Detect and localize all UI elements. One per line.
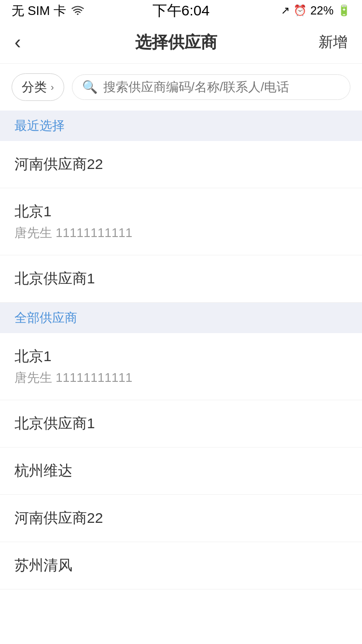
location-icon: ↗ [281,4,290,17]
list-item[interactable]: 北京1唐先生 11111111111 [0,333,362,400]
item-sub: 唐先生 11111111111 [14,369,348,386]
item-sub: 唐先生 11111111111 [14,224,348,241]
section-header-text-all: 全部供应商 [14,310,77,325]
list-item[interactable]: 北京供应商1 [0,400,362,448]
item-name: 北京1 [14,202,348,222]
search-icon: 🔍 [82,80,97,95]
category-button[interactable]: 分类 › [12,73,64,101]
battery-label: 22% [310,4,334,17]
nav-bar: ‹ 选择供应商 新增 [0,21,362,64]
item-name: 北京1 [14,347,348,366]
chevron-right-icon: › [51,82,54,93]
item-name: 杭州维达 [14,461,348,481]
wifi-icon [71,3,84,18]
item-name: 苏州清风 [14,556,348,575]
status-bar: 无 SIM 卡 下午6:04 ↗ ⏰ 22% 🔋 [0,0,362,21]
carrier-label: 无 SIM 卡 [12,2,66,19]
status-time: 下午6:04 [153,1,209,21]
section-header-text-recent: 最近选择 [14,118,65,133]
search-input[interactable] [103,80,340,95]
section-header-recent: 最近选择 [0,111,362,141]
list-item[interactable]: 苏州清风 [0,542,362,589]
status-left: 无 SIM 卡 [12,2,84,19]
sections-container: 最近选择河南供应商22北京1唐先生 11111111111北京供应商1全部供应商… [0,111,362,589]
category-label: 分类 [22,79,47,96]
list-item[interactable]: 河南供应商22 [0,141,362,188]
page-title: 选择供应商 [43,31,309,54]
add-button[interactable]: 新增 [309,32,348,52]
back-button[interactable]: ‹ [14,31,43,53]
battery-icon: 🔋 [337,4,350,17]
list-item[interactable]: 北京1唐先生 11111111111 [0,188,362,255]
search-box: 🔍 [72,74,350,100]
status-right: ↗ ⏰ 22% 🔋 [281,4,350,17]
item-name: 北京供应商1 [14,269,348,289]
item-name: 河南供应商22 [14,154,348,174]
section-header-all: 全部供应商 [0,303,362,333]
alarm-icon: ⏰ [293,4,306,17]
item-name: 河南供应商22 [14,508,348,528]
list-item[interactable]: 杭州维达 [0,448,362,495]
list-item[interactable]: 北京供应商1 [0,255,362,303]
list-item[interactable]: 河南供应商22 [0,495,362,542]
svg-point-0 [77,13,78,14]
filter-bar: 分类 › 🔍 [0,64,362,111]
item-name: 北京供应商1 [14,414,348,434]
